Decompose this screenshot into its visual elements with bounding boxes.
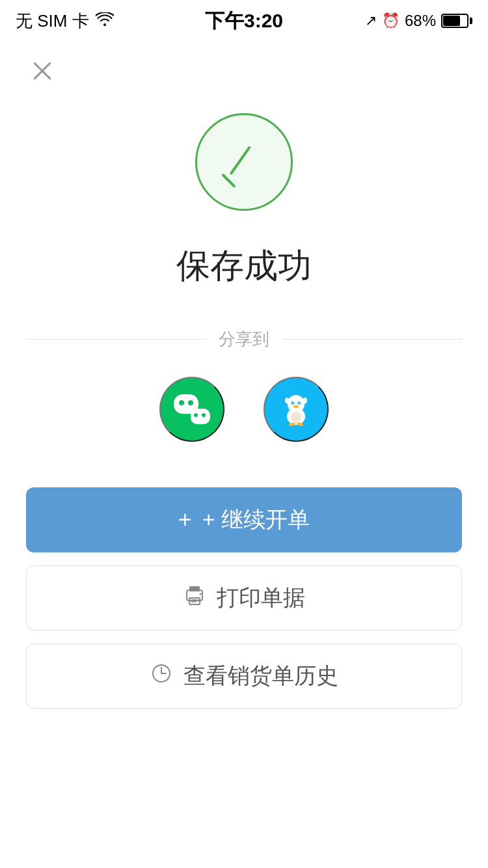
share-label: 分享到: [219, 328, 269, 351]
status-time: 下午3:20: [205, 8, 283, 34]
plus-icon: +: [178, 506, 192, 534]
success-circle: [195, 113, 293, 211]
wifi-icon: [96, 11, 114, 31]
continue-button[interactable]: + + 继续开单: [26, 487, 462, 552]
history-label: 查看销货单历史: [183, 661, 338, 691]
svg-rect-13: [189, 586, 200, 591]
qq-share-button[interactable]: [264, 377, 329, 442]
divider-left: [26, 339, 206, 340]
continue-label: + 继续开单: [202, 505, 310, 535]
svg-point-7: [291, 412, 301, 422]
carrier-text: 无 SIM 卡: [16, 10, 89, 33]
wechat-share-button[interactable]: [159, 377, 224, 442]
success-title: 保存成功: [176, 243, 312, 289]
share-icons-row: [159, 377, 329, 442]
printer-icon: [183, 584, 206, 612]
svg-point-2: [298, 401, 301, 405]
history-button[interactable]: 查看销货单历史: [26, 644, 462, 709]
divider-right: [282, 339, 462, 340]
qq-penguin-icon: [279, 392, 313, 426]
alarm-icon: ⏰: [382, 12, 400, 29]
close-button[interactable]: [26, 55, 59, 87]
battery-icon: [441, 14, 472, 28]
svg-point-5: [293, 405, 299, 409]
status-carrier: 无 SIM 卡: [16, 10, 114, 33]
svg-point-4: [299, 401, 301, 403]
share-divider: 分享到: [26, 328, 462, 351]
checkmark-icon: [221, 144, 267, 180]
battery-percent: 68%: [405, 12, 436, 30]
svg-point-3: [293, 401, 294, 403]
svg-point-17: [200, 593, 202, 595]
print-label: 打印单据: [217, 583, 305, 613]
wechat-logo-icon: [174, 394, 210, 424]
status-bar: 无 SIM 卡 下午3:20 ↗ ⏰ 68%: [0, 0, 488, 42]
print-button[interactable]: 打印单据: [26, 565, 462, 631]
svg-point-1: [291, 401, 295, 405]
location-icon: ↗: [365, 12, 377, 29]
action-buttons: + + 继续开单 打印单据: [26, 487, 462, 709]
close-x-icon: [31, 59, 54, 83]
history-icon: [150, 662, 173, 690]
status-indicators: ↗ ⏰ 68%: [365, 12, 472, 30]
main-content: 保存成功 分享到: [0, 42, 488, 748]
